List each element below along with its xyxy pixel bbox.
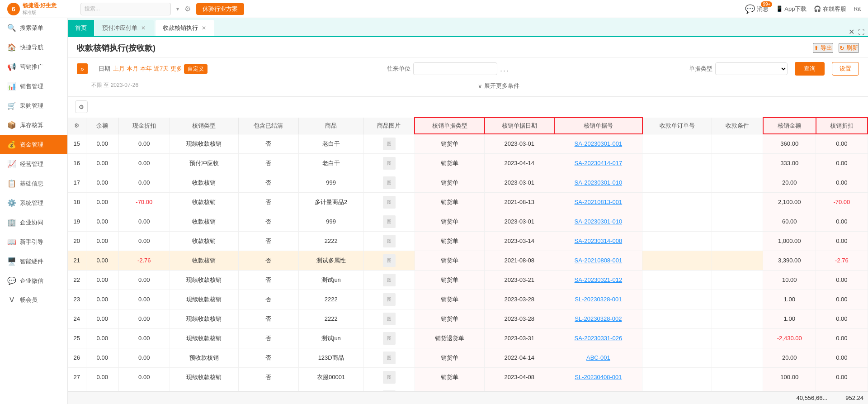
bill-no-link[interactable]: SL-20230408-001 (575, 374, 622, 380)
filter-expand-icon[interactable]: » (77, 63, 88, 74)
cell-verify-discount: 0.00 (816, 290, 868, 309)
bill-no-link[interactable]: SA-20230331-026 (575, 335, 623, 342)
sidebar-item-wechat[interactable]: 💬 企业微信 (0, 271, 67, 290)
online-service[interactable]: 🎧 在线客服 (814, 5, 846, 13)
message-badge[interactable]: 💬 消息 99+ (745, 4, 769, 14)
cell-seq: 26 (68, 348, 86, 367)
app-download[interactable]: 📱 App下载 (776, 5, 807, 13)
refresh-button[interactable]: ↻ 刷新 (839, 43, 859, 53)
cell-balance: 0.00 (86, 309, 118, 328)
cell-verify-amount: 60.00 (763, 212, 816, 231)
sidebar-item-enterprise[interactable]: 🏢 企业协同 (0, 213, 67, 232)
sidebar-item-guide[interactable]: 📖 新手引导 (0, 232, 67, 252)
bill-no-link[interactable]: SA-20230414-017 (575, 160, 623, 166)
bill-no-link[interactable]: SA-20230301-010 (575, 179, 623, 186)
date-7days[interactable]: 近7天 (154, 65, 169, 73)
sidebar-item-shortcut[interactable]: 🏠 快捷导航 (0, 38, 67, 57)
cell-verify-discount: -2.76 (816, 251, 868, 270)
user-name[interactable]: Rit (854, 5, 861, 12)
date-custom-button[interactable]: 自定义 (184, 64, 208, 74)
expand-conditions-button[interactable]: ∨ 展开更多条件 (473, 80, 524, 92)
cell-bill-type: 销货单 (415, 231, 484, 251)
industry-solution-button[interactable]: 休验行业方案 (196, 3, 244, 15)
bill-no-link[interactable]: SA-20210813-001 (575, 199, 623, 205)
partner-input[interactable] (413, 62, 497, 75)
table-wrapper[interactable]: ⚙ 余额 现金折扣 核销类型 包含已结清 商品 商品图片 核销单据类型 核销单据… (68, 117, 868, 391)
partner-dots-icon[interactable]: ... (500, 64, 509, 74)
col-goods-header: 商品 (298, 118, 363, 134)
col-gear-header[interactable]: ⚙ (68, 118, 86, 134)
bill-no-link[interactable]: SA-20230314-008 (575, 238, 623, 244)
table-footer: 40,556,66... 952.24 (68, 391, 868, 404)
cell-bill-no[interactable]: SL-20230418-001 (554, 387, 642, 391)
tab-home[interactable]: 首页 (68, 20, 94, 36)
col-balance-header: 余额 (86, 118, 118, 134)
column-settings-button[interactable]: ⚙ (75, 100, 88, 113)
sidebar-item-sales[interactable]: 📊 销售管理 (0, 76, 67, 96)
sidebar-item-basic[interactable]: 📋 基础信息 (0, 174, 67, 193)
sidebar-item-purchase[interactable]: 🛒 采购管理 (0, 96, 67, 115)
tab-prepay[interactable]: 预付冲应付单 ✕ (95, 20, 154, 36)
maximize-icon[interactable]: ⛶ (858, 29, 864, 36)
cell-receipt-order (642, 212, 712, 231)
cell-verify-discount: 0.00 (816, 212, 868, 231)
tab-bar: 首页 预付冲应付单 ✕ 收款核销执行 ✕ ✕ ⛶ (68, 18, 868, 37)
sidebar-item-operation[interactable]: 📈 经营管理 (0, 154, 67, 174)
bill-no-link[interactable]: SL-20230328-001 (575, 296, 622, 303)
sidebar-item-system[interactable]: ⚙️ 系统管理 (0, 193, 67, 213)
sidebar-item-marketing[interactable]: 📢 营销推广 (0, 57, 67, 76)
table-row: 25 0.00 0.00 现续收款核销 否 测试jun 图 销货退货单 2023… (68, 328, 868, 348)
query-button[interactable]: 查询 (795, 62, 825, 76)
close-window-icon[interactable]: ✕ (849, 28, 854, 36)
cell-bill-no[interactable]: SA-20230321-012 (554, 270, 642, 290)
cell-verify-amount: 100.00 (763, 367, 816, 387)
bill-no-link[interactable]: SA-20230301-010 (575, 218, 623, 225)
export-button[interactable]: ⬆ 导出 (813, 43, 833, 53)
date-this-month[interactable]: 本月 (127, 65, 138, 73)
bill-no-link[interactable]: ABC-001 (586, 354, 610, 361)
tab-prepay-close-icon[interactable]: ✕ (140, 24, 146, 32)
bill-type-label: 单据类型 (689, 65, 712, 73)
bill-no-link[interactable]: SA-20210808-001 (575, 257, 623, 264)
tab-receipt[interactable]: 收款核销执行 ✕ (156, 20, 214, 36)
setting-button[interactable]: 设置 (832, 62, 859, 76)
dropdown-arrow-icon[interactable]: ▾ (176, 6, 179, 12)
cell-bill-no[interactable]: SA-20230314-008 (554, 231, 642, 251)
cell-goods-img: 图 (363, 367, 415, 387)
settings-icon[interactable]: ⚙ (184, 5, 191, 13)
cell-verify-type: 收款核销 (170, 231, 239, 251)
cell-bill-no[interactable]: SA-20210813-001 (554, 192, 642, 212)
table-row: 21 0.00 -2.76 收款核销 否 测试多属性 图 销货单 2021-08… (68, 251, 868, 270)
cell-bill-no[interactable]: SL-20230328-002 (554, 309, 642, 328)
cell-bill-no[interactable]: SL-20230408-001 (554, 367, 642, 387)
cell-bill-no[interactable]: SA-20230301-001 (554, 134, 642, 153)
cell-bill-no[interactable]: SA-20230414-017 (554, 153, 642, 173)
bill-no-link[interactable]: SA-20230301-001 (575, 140, 623, 147)
sidebar-item-search[interactable]: 🔍 搜索菜单 (0, 18, 67, 38)
cell-bill-no[interactable]: SA-20230301-010 (554, 212, 642, 231)
tab-receipt-close-icon[interactable]: ✕ (201, 24, 207, 32)
cell-seq: 20 (68, 231, 86, 251)
sidebar-item-inventory[interactable]: 📦 库存核算 (0, 115, 67, 135)
cell-goods: 测试多属性 (298, 251, 363, 270)
col-receipt-order-header: 收款单订单号 (642, 118, 712, 134)
cell-bill-type: 销货单 (415, 173, 484, 192)
cell-balance: 0.00 (86, 231, 118, 251)
bill-type-select[interactable] (715, 62, 788, 75)
cell-receipt-order (642, 348, 712, 367)
cell-bill-no[interactable]: SA-20210808-001 (554, 251, 642, 270)
search-box[interactable]: 搜索... (80, 3, 171, 15)
sidebar-item-finance[interactable]: 💰 资金管理 (0, 135, 67, 154)
date-more[interactable]: 更多 (170, 65, 182, 73)
cell-bill-no[interactable]: SA-20230301-010 (554, 173, 642, 192)
bill-no-link[interactable]: SA-20230321-012 (575, 276, 623, 283)
cell-bill-no[interactable]: ABC-001 (554, 348, 642, 367)
cell-bill-no[interactable]: SL-20230328-001 (554, 290, 642, 309)
date-this-year[interactable]: 本年 (140, 65, 152, 73)
cell-bill-no[interactable]: SA-20230331-026 (554, 328, 642, 348)
sidebar-item-member[interactable]: V 畅会员 (0, 290, 67, 309)
sidebar-item-hardware[interactable]: 🖥️ 智能硬件 (0, 252, 67, 271)
cell-cash-discount: 0.00 (118, 387, 170, 391)
bill-no-link[interactable]: SL-20230328-002 (575, 315, 622, 322)
date-last-month[interactable]: 上月 (113, 65, 125, 73)
